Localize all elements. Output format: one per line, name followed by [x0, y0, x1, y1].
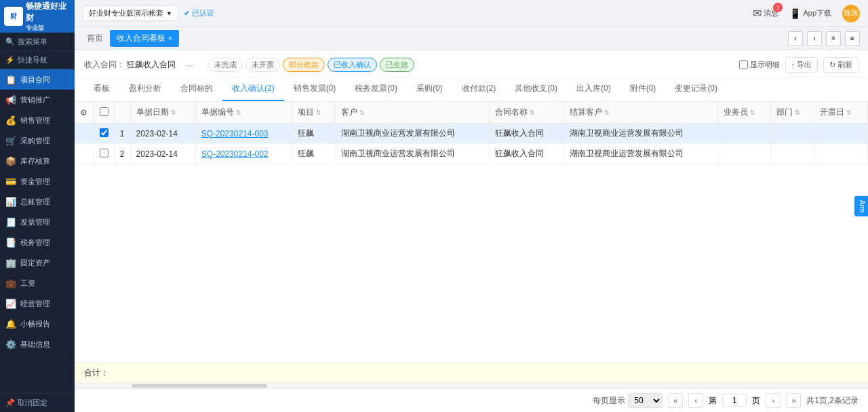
row-dept [771, 124, 814, 144]
page-number-input[interactable] [722, 394, 747, 407]
topbar-right: ✉ 1 消息 📱 App下载 珠珠 [753, 5, 860, 22]
sidebar-item-sales[interactable]: 💰 销售管理 [0, 110, 75, 130]
row-bill-no[interactable]: SQ-20230214-003 [195, 124, 292, 144]
tabbar-controls: ‹ › × ≡ [788, 31, 860, 46]
export-button[interactable]: ↑ 导出 [785, 57, 818, 73]
tab-dashboard[interactable]: 看板 [84, 77, 119, 101]
dept-column-header[interactable]: 部门⇅ [771, 102, 814, 124]
sidebar-item-inventory[interactable]: 📦 库存核算 [0, 151, 75, 171]
sidebar-item-label: 经营管理 [20, 299, 50, 309]
tab-tax-invoice[interactable]: 税务发票(0) [345, 77, 407, 101]
tab-purchase[interactable]: 采购(0) [407, 77, 452, 101]
row-checkbox[interactable] [100, 128, 108, 137]
open-date-column-header[interactable]: 开票日⇅ [814, 102, 868, 124]
contract-column-header[interactable]: 合同名称⇅ [490, 102, 564, 124]
date-column-header[interactable]: 单据日期⇅ [130, 102, 195, 124]
status-confirmed[interactable]: 已收入确认 [328, 58, 377, 72]
user-avatar[interactable]: 珠珠 [842, 5, 860, 22]
refresh-icon: ↻ [829, 60, 835, 69]
salesperson-column-header[interactable]: 业务员⇅ [717, 102, 771, 124]
prev-page-button[interactable]: ‹ [688, 393, 703, 408]
sidebar-item-purchase[interactable]: 🛒 采购管理 [0, 130, 75, 151]
bill-no-column-header[interactable]: 单据编号⇅ [195, 102, 292, 124]
topbar: 好业财专业版演示帐套 ▼ ✔ 已认证 ✉ 1 消息 📱 App下载 珠珠 [75, 0, 868, 27]
tab-changes[interactable]: 变更记录(0) [665, 77, 727, 101]
current-tab[interactable]: 收入合同看板 × [110, 30, 179, 47]
sidebar-item-general[interactable]: 📊 总账管理 [0, 191, 75, 212]
tab-confirm[interactable]: 收入确认(2) [222, 77, 284, 101]
tab-payment[interactable]: 收付款(2) [452, 77, 506, 101]
sort-icon: ⇅ [846, 109, 852, 116]
total-records-info: 共1页,2条记录 [806, 395, 859, 407]
sidebar-item-project[interactable]: 📋 项目合同 [0, 69, 75, 90]
app-version: 专业版 [26, 24, 71, 33]
first-page-button[interactable]: « [668, 393, 683, 408]
sidebar-item-marketing[interactable]: 📢 营销推广 [0, 90, 75, 110]
tab-other-income[interactable]: 其他收支(0) [505, 77, 567, 101]
row-date: 2023-02-14 [130, 124, 195, 144]
sidebar-item-invoice[interactable]: 🧾 发票管理 [0, 212, 75, 232]
project-column-header[interactable]: 项目⇅ [292, 102, 336, 124]
tab-close-button[interactable]: × [168, 35, 172, 42]
float-right-button[interactable]: Arm [854, 195, 868, 216]
page-size-select[interactable]: 20 50 100 [628, 393, 663, 408]
assets-icon: 🏢 [5, 257, 16, 268]
fund-icon: 💳 [5, 176, 16, 187]
more-button[interactable]: ··· [182, 60, 196, 71]
tab-prev-button[interactable]: ‹ [788, 31, 803, 46]
row-open-date [814, 144, 868, 164]
table-row[interactable]: 1 2023-02-14 SQ-20230214-003 狂飙 湖南卫视商业运营… [75, 124, 868, 144]
row-checkbox[interactable] [100, 149, 108, 157]
table-row[interactable]: 2 2023-02-14 SQ-20230214-002 狂飙 湖南卫视商业运营… [75, 144, 868, 164]
tab-menu-button[interactable]: ≡ [845, 31, 860, 46]
row-bill-no[interactable]: SQ-20230214-002 [195, 144, 292, 164]
sidebar-item-ops[interactable]: 📈 经营管理 [0, 293, 75, 314]
row-date: 2023-02-14 [130, 144, 195, 164]
sidebar-item-hr[interactable]: 💼 工资 [0, 273, 75, 293]
status-partial[interactable]: 部分收款 [283, 58, 325, 72]
invoice-icon: 🧾 [5, 217, 16, 227]
general-icon: 📊 [5, 196, 16, 207]
refresh-button[interactable]: ↻ 刷新 [823, 57, 859, 73]
scroll-thumb[interactable] [132, 384, 267, 388]
last-page-button[interactable]: » [786, 393, 801, 408]
messages-button[interactable]: ✉ 1 消息 [753, 7, 778, 20]
bill-no-link[interactable]: SQ-20230214-002 [201, 149, 269, 159]
tab-warehouse[interactable]: 出入库(0) [567, 77, 620, 101]
tab-close-all-button[interactable]: × [826, 31, 841, 46]
final-customer-column-header[interactable]: 结算客户⇅ [564, 102, 717, 124]
search-menu[interactable]: 🔍 搜索菜单 [0, 33, 75, 52]
user-name: 珠珠 [844, 8, 859, 18]
contract-name: 狂飙收入合同 [127, 60, 176, 69]
bill-no-link[interactable]: SQ-20230214-003 [201, 129, 269, 138]
tab-next-button[interactable]: › [807, 31, 822, 46]
row-num: 2 [114, 144, 130, 164]
tab-sales-invoice[interactable]: 销售发票(0) [284, 77, 346, 101]
home-tab[interactable]: 首页 [83, 30, 107, 47]
status-uninvoiced[interactable]: 未开票 [245, 58, 280, 72]
sidebar-item-assets[interactable]: 🏢 固定资产 [0, 252, 75, 273]
sidebar-item-fund[interactable]: 💳 资金管理 [0, 171, 75, 191]
company-selector[interactable]: 好业财专业版演示帐套 ▼ [83, 5, 178, 21]
status-incomplete[interactable]: 未完成 [208, 58, 243, 72]
pagination-info: 每页显示 20 50 100 [593, 393, 663, 408]
tab-standard[interactable]: 合同标的 [171, 77, 222, 101]
settings-column-header[interactable]: ⚙ [75, 102, 94, 124]
content-area: 收入合同： 狂飙收入合同 ··· 未完成 未开票 部分收款 已收入确认 已生效 … [75, 50, 868, 412]
next-page-button[interactable]: › [766, 393, 781, 408]
status-effective[interactable]: 已生效 [380, 58, 414, 72]
app-name: 畅捷通好业财 [26, 1, 71, 24]
app-download-button[interactable]: 📱 App下载 [789, 8, 831, 19]
customer-column-header[interactable]: 客户⇅ [335, 102, 489, 124]
show-detail-checkbox[interactable] [739, 60, 748, 69]
sidebar-item-report[interactable]: 🔔 小畅报告 [0, 314, 75, 334]
select-all-checkbox[interactable] [100, 107, 108, 116]
sidebar-item-tax[interactable]: 📑 税务管理 [0, 232, 75, 252]
page-suffix: 页 [752, 395, 760, 407]
sidebar-item-base[interactable]: ⚙️ 基础信息 [0, 334, 75, 354]
tab-attachments[interactable]: 附件(0) [620, 77, 666, 101]
unpin-button[interactable]: 📌 取消固定 [0, 394, 75, 412]
show-detail-check[interactable]: 显示明细 [739, 60, 780, 70]
quick-nav[interactable]: ⚡ 快捷导航 [0, 52, 75, 69]
tab-profit[interactable]: 盈利分析 [119, 77, 171, 101]
